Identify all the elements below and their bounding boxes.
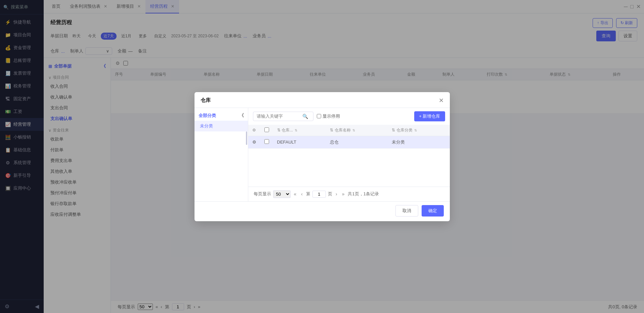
modal-page-label: 页 — [328, 191, 332, 197]
show-disabled-checkbox[interactable] — [317, 114, 321, 118]
modal-col-name: ⇅ 仓库名称 ⇅ — [326, 125, 388, 136]
show-disabled-text: 显示停用 — [323, 113, 340, 119]
modal-prev-btn[interactable]: ‹ — [300, 191, 304, 197]
modal-col-gear: ⚙ — [248, 125, 260, 136]
row-check[interactable] — [260, 136, 273, 148]
modal-sidebar: 全部分类 《 未分类 — [195, 108, 248, 201]
modal-all-categories[interactable]: 全部分类 — [199, 113, 216, 119]
modal-footer: 每页显示 50 100 « ‹ 算 页 › » 共1页，1条记录 — [248, 187, 450, 201]
modal-table-area: ⚙ ⇅ 仓库... ⇅ ⇅ 仓库名称 ⇅ ⇅ 仓库分类 ⇅ ⚙ — [248, 125, 450, 187]
modal-warehouse-table: ⚙ ⇅ 仓库... ⇅ ⇅ 仓库名称 ⇅ ⇅ 仓库分类 ⇅ ⚙ — [248, 125, 450, 149]
add-warehouse-btn[interactable]: + 新增仓库 — [414, 111, 445, 121]
modal-select-all[interactable] — [264, 127, 269, 132]
modal-cancel-btn[interactable]: 取消 — [395, 205, 418, 217]
modal-last-btn[interactable]: » — [341, 191, 346, 197]
modal-search-icon: 🔍 — [302, 114, 308, 119]
modal-search-box[interactable]: 🔍 — [253, 112, 313, 121]
modal-sidebar-collapse[interactable]: 《 — [239, 113, 244, 119]
modal-header: 仓库 ✕ — [195, 92, 450, 108]
modal-next-btn[interactable]: › — [334, 191, 339, 197]
modal-main: 🔍 显示停用 + 新增仓库 ⚙ ⇅ 仓库... ⇅ — [248, 108, 450, 201]
modal-body: 全部分类 《 未分类 🔍 显示停用 — [195, 108, 450, 201]
modal-confirm-btn[interactable]: 确定 — [422, 205, 444, 217]
row-checkbox[interactable] — [264, 139, 269, 144]
modal-pagination: 每页显示 50 100 « ‹ 算 页 › » 共1页，1条记录 — [254, 190, 379, 198]
modal-col-category: ⇅ 仓库分类 ⇅ — [388, 125, 449, 136]
row-gear-icon: ⚙ — [252, 140, 256, 145]
show-disabled-label[interactable]: 显示停用 — [317, 113, 340, 119]
row-code: DEFAULT — [273, 136, 326, 148]
modal-page-pre-label: 算 — [306, 191, 310, 197]
modal-title: 仓库 — [201, 97, 211, 104]
row-category: 未分类 — [388, 136, 449, 148]
modal-close-btn[interactable]: ✕ — [439, 97, 444, 104]
modal-action-row: 取消 确定 — [195, 201, 450, 221]
warehouse-modal: 仓库 ✕ 全部分类 《 未分类 🔍 — [195, 92, 450, 221]
gear-icon[interactable]: ⚙ — [252, 128, 256, 132]
modal-per-page-select[interactable]: 50 100 — [273, 190, 291, 198]
modal-first-btn[interactable]: « — [293, 191, 298, 197]
modal-sidebar-item-uncategorized[interactable]: 未分类 — [195, 121, 248, 131]
table-row[interactable]: ⚙ DEFAULT 总仓 未分类 — [248, 136, 450, 148]
modal-col-code: ⇅ 仓库... ⇅ — [273, 125, 326, 136]
modal-search-input[interactable] — [257, 114, 300, 119]
row-name: 总仓 — [326, 136, 388, 148]
modal-per-page-label: 每页显示 — [254, 191, 271, 197]
modal-col-check — [260, 125, 273, 136]
modal-sidebar-header: 全部分类 《 — [195, 111, 248, 121]
modal-overlay: 仓库 ✕ 全部分类 《 未分类 🔍 — [0, 0, 644, 313]
modal-page-input[interactable] — [312, 191, 326, 198]
modal-toolbar: 🔍 显示停用 + 新增仓库 — [248, 108, 450, 125]
row-gear[interactable]: ⚙ — [248, 136, 260, 148]
modal-total-info: 共1页，1条记录 — [348, 191, 379, 197]
